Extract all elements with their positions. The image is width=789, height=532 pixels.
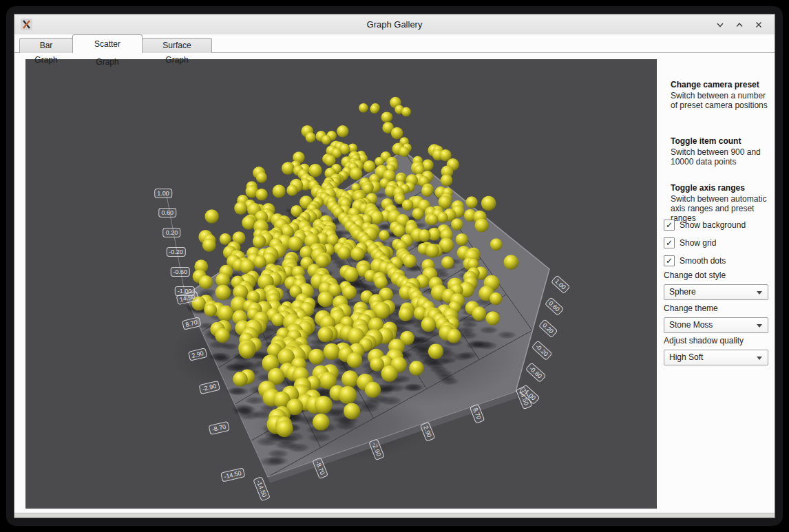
maximize-button[interactable]: [733, 19, 746, 31]
command-button-toggle-item-count[interactable]: Toggle item countSwitch between 900 and …: [671, 136, 774, 167]
window-title: Graph Gallery: [14, 14, 775, 34]
tab-surface-graph[interactable]: Surface Graph: [142, 38, 212, 53]
checkbox-box[interactable]: ✓: [664, 255, 675, 266]
y-axis-left-tick: -0.60: [171, 267, 191, 277]
dropdown-change-theme[interactable]: Stone Moss: [664, 317, 768, 333]
app-window: Graph Gallery Bar GraphScatter GraphSurf…: [6, 6, 783, 526]
y-axis-left-tick: -0.20: [166, 247, 186, 257]
controls-panel: Change camera presetSwitch between a num…: [657, 59, 775, 509]
checkbox-show-grid[interactable]: ✓Show grid: [664, 237, 716, 248]
y-axis-left-tick: 0.60: [158, 208, 176, 217]
scatter-3d-view[interactable]: 1.000.600.20-0.20-0.60-1.0014.508.702.90…: [25, 59, 657, 509]
dropdown-label-adjust-shadow-quality: Adjust shadow quality: [664, 336, 744, 345]
command-button-description: Switch between automatic axis ranges and…: [671, 194, 774, 223]
status-bar: [14, 513, 775, 518]
chevron-down-icon: [757, 357, 762, 360]
command-button-title: Change camera preset: [671, 80, 774, 89]
tab-scatter-graph[interactable]: Scatter Graph: [72, 34, 143, 53]
command-button-description: Switch between 900 and 10000 data points: [671, 147, 774, 167]
close-button[interactable]: [753, 19, 765, 31]
tab-bar-graph[interactable]: Bar Graph: [19, 38, 73, 53]
chevron-down-icon: [757, 291, 762, 295]
dropdown-value: Stone Moss: [669, 320, 713, 330]
dropdown-value: High Soft: [669, 352, 703, 362]
chevron-down-icon: [757, 324, 762, 328]
dropdown-value: Sphere: [669, 287, 696, 297]
checkbox-label: Show grid: [680, 238, 716, 248]
command-button-toggle-axis-ranges[interactable]: Toggle axis rangesSwitch between automat…: [671, 183, 774, 223]
command-button-change-camera-preset[interactable]: Change camera presetSwitch between a num…: [671, 80, 774, 110]
dropdown-change-dot-style[interactable]: Sphere: [664, 284, 768, 300]
y-axis-left-tick: 0.20: [163, 228, 181, 237]
command-button-title: Toggle item count: [671, 136, 774, 146]
command-button-title: Toggle axis ranges: [671, 183, 774, 193]
minimize-button[interactable]: [714, 19, 726, 31]
tab-bar: Bar GraphScatter GraphSurface Graph: [14, 34, 775, 53]
dropdown-label-change-dot-style: Change dot style: [664, 270, 726, 280]
checkbox-label: Show background: [680, 220, 746, 230]
dropdown-label-change-theme: Change theme: [664, 304, 718, 313]
y-axis-left-tick: 1.00: [154, 189, 172, 198]
checkbox-box[interactable]: ✓: [664, 220, 675, 231]
checkbox-show-background[interactable]: ✓Show background: [664, 220, 746, 231]
checkbox-smooth-dots[interactable]: ✓Smooth dots: [664, 255, 726, 266]
checkbox-label: Smooth dots: [680, 256, 726, 266]
window-content: Graph Gallery Bar GraphScatter GraphSurf…: [14, 14, 775, 518]
dropdown-adjust-shadow-quality[interactable]: High Soft: [664, 350, 768, 365]
command-button-description: Switch between a number of preset camera…: [671, 91, 774, 110]
title-bar[interactable]: Graph Gallery: [14, 14, 775, 35]
checkbox-box[interactable]: ✓: [664, 237, 675, 248]
